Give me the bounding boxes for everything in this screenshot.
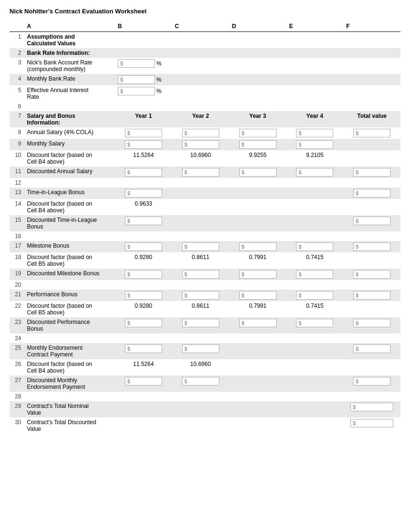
cell-b[interactable] xyxy=(115,317,172,334)
cell-e[interactable] xyxy=(286,139,343,150)
cell-f[interactable] xyxy=(343,167,400,178)
cell-f xyxy=(343,301,400,317)
cell-c[interactable] xyxy=(172,241,229,252)
cell-input[interactable] xyxy=(182,140,219,149)
cell-input[interactable] xyxy=(239,270,277,279)
cell-input[interactable] xyxy=(296,168,333,177)
cell-d[interactable] xyxy=(229,290,287,301)
cell-input[interactable] xyxy=(296,319,333,327)
cell-f[interactable] xyxy=(343,127,400,139)
cell-f[interactable] xyxy=(343,290,400,301)
cell-d[interactable] xyxy=(229,241,287,252)
cell-b[interactable]: % xyxy=(115,58,172,74)
cell-input[interactable] xyxy=(182,168,219,177)
cell-input[interactable] xyxy=(125,242,162,251)
cell-input[interactable] xyxy=(182,319,219,327)
cell-input[interactable] xyxy=(353,291,390,300)
cell-input[interactable] xyxy=(125,140,162,149)
cell-input[interactable] xyxy=(353,377,390,386)
cell-f[interactable] xyxy=(343,317,400,334)
cell-d[interactable] xyxy=(229,167,287,178)
cell-input[interactable] xyxy=(239,140,277,149)
cell-b[interactable] xyxy=(115,215,172,231)
cell-d[interactable] xyxy=(229,127,287,139)
cell-input[interactable] xyxy=(296,242,333,251)
cell-b[interactable] xyxy=(115,241,172,252)
cell-input[interactable] xyxy=(125,319,162,327)
cell-input[interactable] xyxy=(239,291,277,300)
cell-input[interactable] xyxy=(118,87,155,95)
cell-c[interactable] xyxy=(172,139,229,150)
cell-f[interactable] xyxy=(343,417,400,434)
cell-b[interactable] xyxy=(115,188,172,199)
cell-input[interactable] xyxy=(353,217,390,225)
cell-b[interactable]: % xyxy=(115,74,172,85)
cell-input[interactable] xyxy=(125,344,162,353)
cell-c[interactable] xyxy=(172,269,229,280)
cell-b[interactable] xyxy=(115,127,172,139)
cell-c[interactable] xyxy=(172,127,229,139)
cell-input[interactable] xyxy=(125,129,162,137)
cell-c[interactable] xyxy=(172,317,229,334)
cell-c[interactable] xyxy=(172,290,229,301)
cell-input[interactable] xyxy=(353,319,390,327)
cell-e[interactable] xyxy=(286,127,343,139)
cell-input[interactable] xyxy=(125,291,162,300)
cell-f[interactable] xyxy=(343,269,400,280)
cell-input[interactable] xyxy=(182,270,219,279)
cell-c[interactable] xyxy=(172,167,229,178)
cell-input[interactable] xyxy=(296,129,333,137)
cell-input[interactable] xyxy=(118,59,155,68)
cell-input[interactable] xyxy=(239,242,277,251)
cell-input[interactable] xyxy=(353,344,390,353)
cell-c[interactable] xyxy=(172,376,229,392)
cell-d[interactable] xyxy=(229,269,287,280)
cell-b[interactable] xyxy=(115,343,172,359)
cell-b[interactable] xyxy=(115,376,172,392)
cell-input[interactable] xyxy=(353,189,390,198)
cell-input[interactable] xyxy=(353,168,390,177)
cell-f[interactable] xyxy=(343,241,400,252)
cell-d[interactable] xyxy=(229,317,287,334)
cell-b[interactable] xyxy=(115,269,172,280)
cell-input[interactable] xyxy=(125,377,162,386)
cell-input[interactable] xyxy=(353,270,390,279)
cell-input[interactable] xyxy=(182,129,219,137)
cell-input[interactable] xyxy=(125,217,162,225)
cell-b[interactable] xyxy=(115,167,172,178)
cell-input[interactable] xyxy=(296,270,333,279)
cell-input[interactable] xyxy=(239,129,277,137)
cell-d[interactable] xyxy=(229,139,287,150)
cell-input[interactable] xyxy=(125,189,162,198)
cell-e[interactable] xyxy=(286,290,343,301)
cell-b[interactable]: % xyxy=(115,85,172,102)
cell-e[interactable] xyxy=(286,317,343,334)
cell-f[interactable] xyxy=(343,401,400,417)
cell-e[interactable] xyxy=(286,167,343,178)
cell-input[interactable] xyxy=(239,168,277,177)
cell-f[interactable] xyxy=(343,376,400,392)
cell-input[interactable] xyxy=(182,344,219,353)
cell-b[interactable] xyxy=(115,290,172,301)
cell-input[interactable] xyxy=(353,242,390,251)
cell-input[interactable] xyxy=(350,403,393,411)
cell-c[interactable] xyxy=(172,343,229,359)
cell-input[interactable] xyxy=(182,242,219,251)
cell-e[interactable] xyxy=(286,269,343,280)
cell-f[interactable] xyxy=(343,215,400,231)
cell-input[interactable] xyxy=(125,270,162,279)
cell-input[interactable] xyxy=(353,129,390,137)
cell-e[interactable] xyxy=(286,241,343,252)
cell-input[interactable] xyxy=(239,319,277,327)
cell-input[interactable] xyxy=(296,291,333,300)
cell-f[interactable] xyxy=(343,188,400,199)
cell-b[interactable] xyxy=(115,139,172,150)
cell-f[interactable] xyxy=(343,343,400,359)
cell-c xyxy=(172,74,229,85)
cell-input[interactable] xyxy=(118,75,155,84)
cell-input[interactable] xyxy=(296,140,333,149)
cell-input[interactable] xyxy=(125,168,162,177)
cell-input[interactable] xyxy=(350,419,393,428)
cell-input[interactable] xyxy=(182,377,219,386)
cell-input[interactable] xyxy=(182,291,219,300)
